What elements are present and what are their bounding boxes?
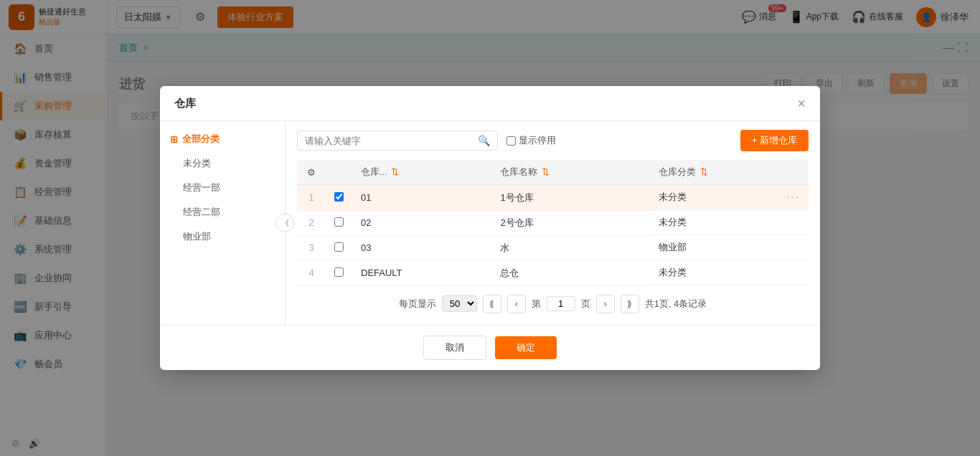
page-prev-button[interactable]: ‹	[507, 295, 526, 313]
category-all-item[interactable]: ⊞ 全部分类	[160, 127, 285, 151]
table-row[interactable]: 3 03 水 物业部	[297, 235, 809, 260]
show-disabled-label: 显示停用	[519, 134, 556, 147]
row-num-4: 4	[297, 260, 326, 285]
row-category-2: 未分类	[650, 210, 809, 235]
warehouse-modal: 仓库 × ⊞ 全部分类 未分类 经营一部 经营二部 物业部 《	[160, 86, 820, 370]
row-checkbox-1[interactable]	[334, 192, 344, 201]
category-item-dept1[interactable]: 经营一部	[160, 176, 285, 200]
row-num-2: 2	[297, 210, 326, 235]
col-header-gear: ⚙	[297, 160, 326, 185]
category-item-property[interactable]: 物业部	[160, 224, 285, 249]
col-header-check	[326, 160, 352, 185]
row-name-1: 1号仓库	[491, 185, 650, 211]
page-next-button[interactable]: ›	[596, 295, 615, 313]
sort-icon-category: ⇅	[700, 166, 708, 177]
row-code-2: 02	[352, 210, 491, 235]
row-category-1: 未分类 ···	[650, 185, 809, 210]
total-info: 共1页, 4条记录	[645, 298, 707, 310]
row-code-1: 01	[352, 185, 491, 211]
gear-col-icon: ⚙	[307, 167, 316, 178]
row-num-1: 1	[297, 185, 326, 211]
category-all-label: 全部分类	[182, 133, 220, 146]
category-panel: ⊞ 全部分类 未分类 经营一部 经营二部 物业部 《	[160, 121, 286, 325]
row-category-4: 未分类	[650, 260, 809, 285]
search-input[interactable]	[305, 136, 473, 146]
search-bar: 🔍 显示停用 + 新增仓库	[297, 130, 809, 151]
row-category-3: 物业部	[650, 235, 809, 260]
search-input-wrap[interactable]: 🔍	[297, 130, 498, 151]
content-panel: 🔍 显示停用 + 新增仓库 ⚙	[286, 121, 820, 325]
row-check-1[interactable]	[326, 185, 352, 211]
row-name-3: 水	[491, 235, 650, 260]
row-name-2: 2号仓库	[491, 210, 650, 235]
show-disabled-checkbox[interactable]	[507, 136, 516, 146]
page-last-button[interactable]: ⟫	[621, 295, 639, 313]
row-checkbox-2[interactable]	[334, 217, 344, 227]
table-row[interactable]: 1 01 1号仓库 未分类 ···	[297, 185, 809, 211]
page-first-button[interactable]: ⟪	[483, 295, 501, 313]
row-code-4: DEFAULT	[352, 260, 491, 285]
category-item-unclassified[interactable]: 未分类	[160, 151, 285, 176]
row-checkbox-3[interactable]	[334, 242, 344, 252]
row-num-3: 3	[297, 235, 326, 260]
modal-close-button[interactable]: ×	[797, 96, 806, 110]
row-check-3[interactable]	[326, 235, 352, 260]
pagination: 每页显示 50 ⟪ ‹ 第 页 › ⟫ 共1页, 4条记录	[297, 286, 809, 316]
row-actions-icon[interactable]: ···	[786, 191, 800, 204]
confirm-button[interactable]: 确定	[495, 336, 557, 359]
modal-footer: 取消 确定	[160, 325, 820, 370]
table-row[interactable]: 2 02 2号仓库 未分类	[297, 210, 809, 235]
page-label-post: 页	[581, 298, 590, 310]
sort-icon-code: ⇅	[391, 166, 399, 177]
modal-overlay: 仓库 × ⊞ 全部分类 未分类 经营一部 经营二部 物业部 《	[0, 0, 980, 456]
add-warehouse-button[interactable]: + 新增仓库	[740, 130, 809, 151]
col-header-code[interactable]: 仓库... ⇅	[352, 160, 491, 185]
warehouse-table: ⚙ 仓库... ⇅ 仓库名称 ⇅	[297, 160, 809, 286]
category-collapse-button[interactable]: 《	[275, 214, 294, 232]
row-check-2[interactable]	[326, 210, 352, 235]
page-size-label: 每页显示	[399, 298, 436, 310]
row-name-4: 总仓	[491, 260, 650, 285]
search-icon: 🔍	[478, 135, 490, 146]
row-code-3: 03	[352, 235, 491, 260]
modal-body: ⊞ 全部分类 未分类 经营一部 经营二部 物业部 《 🔍	[160, 121, 820, 325]
table-row[interactable]: 4 DEFAULT 总仓 未分类	[297, 260, 809, 285]
row-checkbox-4[interactable]	[334, 267, 344, 277]
col-header-name[interactable]: 仓库名称 ⇅	[491, 160, 650, 185]
category-item-dept2[interactable]: 经营二部	[160, 200, 285, 224]
page-number-input[interactable]	[547, 296, 575, 311]
modal-header: 仓库 ×	[160, 86, 820, 121]
cancel-button[interactable]: 取消	[423, 336, 486, 360]
modal-title: 仓库	[174, 97, 196, 110]
row-check-4[interactable]	[326, 260, 352, 285]
col-header-category[interactable]: 仓库分类 ⇅	[650, 160, 809, 185]
grid-icon: ⊞	[170, 134, 178, 145]
show-disabled-checkbox-label[interactable]: 显示停用	[507, 134, 556, 147]
table-container: ⚙ 仓库... ⇅ 仓库名称 ⇅	[297, 160, 809, 286]
sort-icon-name: ⇅	[542, 166, 550, 177]
page-label-pre: 第	[532, 298, 541, 310]
page-size-select[interactable]: 50	[442, 295, 477, 312]
